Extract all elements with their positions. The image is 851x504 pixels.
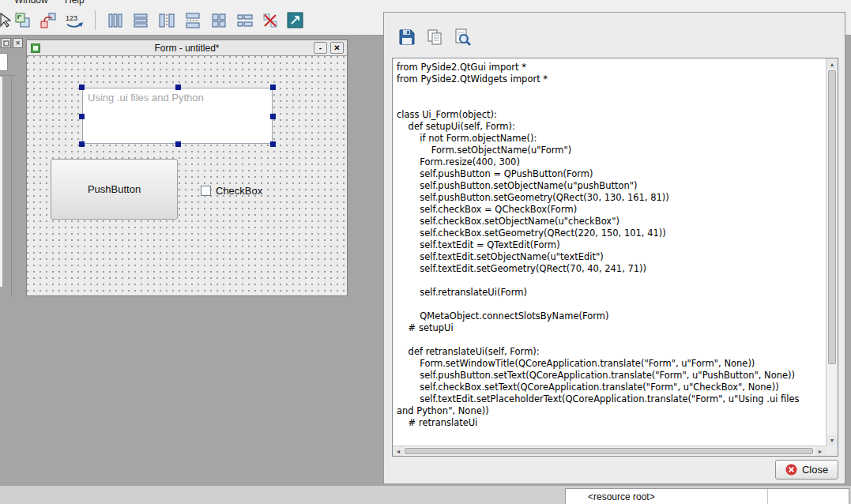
panel-edge <box>0 77 2 287</box>
code-text: from PySide2.QtGui import * from PySide2… <box>393 58 825 445</box>
layout-horizontal-icon[interactable] <box>104 9 126 31</box>
find-icon <box>453 28 472 47</box>
textedit-widget[interactable]: Using .ui files and Python <box>82 88 273 144</box>
layout-grid-icon[interactable] <box>208 9 229 31</box>
scrollbar-corner <box>826 446 838 456</box>
code-area[interactable]: from PySide2.QtGui import * from PySide2… <box>392 58 838 457</box>
layout-form-icon[interactable] <box>234 9 255 31</box>
edit-tab-order-icon[interactable]: 123 <box>63 9 85 31</box>
vertical-scrollbar[interactable]: ▲ ▼ <box>826 58 838 446</box>
copy-button[interactable] <box>424 27 445 47</box>
find-button[interactable] <box>452 27 473 47</box>
panel-divider <box>0 75 15 76</box>
splitter-vertical-icon[interactable] <box>182 9 203 31</box>
edit-signals-slots-icon[interactable] <box>37 9 58 31</box>
selection-handle[interactable] <box>270 141 276 147</box>
filter-input-fragment[interactable] <box>0 53 8 71</box>
selection-handle[interactable] <box>79 85 85 90</box>
save-icon <box>397 28 416 47</box>
dock-close-button[interactable]: ✕ <box>13 38 23 48</box>
splitter-horizontal-icon[interactable] <box>156 9 177 31</box>
resource-column-divider <box>767 489 768 504</box>
selection-handle[interactable] <box>175 85 181 90</box>
selection-handle[interactable] <box>270 85 276 90</box>
scroll-left-button[interactable]: ◄ <box>393 446 404 456</box>
save-button[interactable] <box>397 27 417 47</box>
scroll-right-button[interactable]: ► <box>815 446 826 456</box>
selection-handle[interactable] <box>79 141 85 147</box>
scroll-down-button[interactable]: ▼ <box>827 434 838 446</box>
resource-root-item[interactable]: <resource root> <box>588 491 655 502</box>
form-window-icon <box>31 43 40 55</box>
form-close-button[interactable]: ✕ <box>330 42 344 54</box>
textedit-placeholder: Using .ui files and Python <box>88 92 204 103</box>
checkbox-box[interactable] <box>201 186 211 196</box>
panel-scroll-edge <box>11 77 12 296</box>
layout-vertical-icon[interactable] <box>130 9 151 31</box>
menubar-item-help[interactable]: Help <box>65 0 85 6</box>
form-canvas[interactable]: Using .ui files and Python PushButton Ch… <box>27 56 347 295</box>
form-minimize-button[interactable]: - <box>314 42 327 54</box>
raise-widget-icon[interactable] <box>12 9 33 31</box>
horizontal-scrollbar[interactable]: ◄ ► <box>393 446 826 456</box>
selection-handle[interactable] <box>79 114 85 119</box>
break-layout-icon[interactable] <box>259 9 281 31</box>
close-circle-icon <box>785 464 797 476</box>
checkbox-label: CheckBox <box>216 185 262 197</box>
resource-panel: <resource root> <box>565 488 849 504</box>
form-window: Form - untitled* - ✕ Using .ui files and… <box>26 39 348 296</box>
vertical-scrollbar-thumb[interactable] <box>828 70 836 364</box>
close-button-label: Close <box>802 464 828 476</box>
menubar-item-window[interactable]: Window <box>14 0 48 6</box>
pushbutton-widget[interactable]: PushButton <box>51 159 178 220</box>
menubar: Window Help <box>0 0 851 6</box>
svg-text:123: 123 <box>66 14 77 22</box>
close-button[interactable]: Close <box>775 460 838 480</box>
adjust-size-icon[interactable] <box>284 9 306 31</box>
copy-icon <box>425 28 444 47</box>
checkbox-widget[interactable]: CheckBox <box>201 175 281 207</box>
form-titlebar[interactable]: Form - untitled* - ✕ <box>27 40 347 56</box>
selection-handle[interactable] <box>270 114 276 119</box>
code-preview-dialog: from PySide2.QtGui import * from PySide2… <box>383 12 845 484</box>
toolbar-separator <box>95 10 96 30</box>
dock-float-button[interactable] <box>1 38 11 48</box>
bottom-strip: <resource root> <box>0 486 851 504</box>
dialog-toolbar <box>397 27 473 49</box>
scroll-up-button[interactable]: ▲ <box>827 58 838 70</box>
form-title: Form - untitled* <box>27 43 347 54</box>
selection-handle[interactable] <box>175 141 181 147</box>
horizontal-scrollbar-thumb[interactable] <box>405 448 813 454</box>
